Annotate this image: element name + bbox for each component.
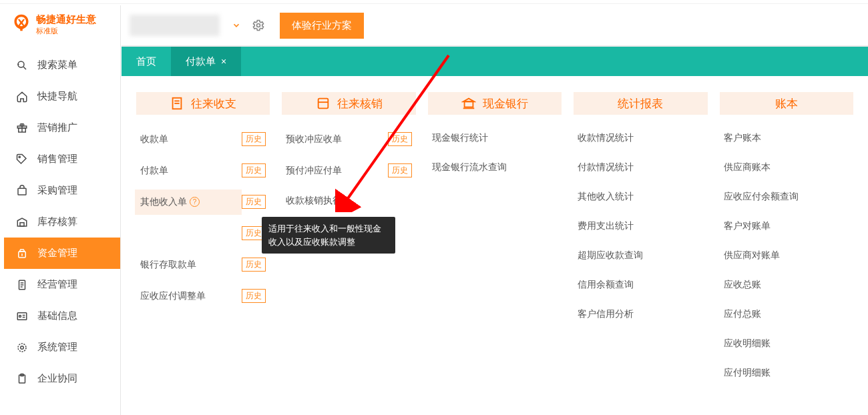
sidebar-item-operations[interactable]: 经营管理	[4, 269, 120, 300]
money-icon	[16, 248, 28, 260]
link-payment[interactable]: 付款单	[140, 165, 168, 177]
column-header: 现金银行	[428, 92, 562, 115]
sidebar-item-label: 快捷导航	[37, 90, 77, 103]
doc-icon	[16, 279, 28, 291]
link-recv-writeoff[interactable]: 收款核销执行	[286, 195, 342, 207]
topbar: 体验行业方案	[122, 5, 868, 47]
sidebar-item-basic[interactable]: 基础信息	[4, 300, 120, 332]
list-item: 供应商账本	[724, 161, 849, 173]
list-item: 其他收入单 ? 历史	[140, 195, 266, 209]
list-item: 银行存取款单 历史	[140, 258, 266, 272]
home-icon	[16, 91, 28, 103]
link-ar-detail[interactable]: 应收明细账	[724, 338, 771, 350]
org-selector-redacted[interactable]	[130, 15, 220, 36]
link-expense-stats[interactable]: 费用支出统计	[578, 220, 634, 232]
bank-icon	[461, 96, 476, 111]
history-badge[interactable]: 历史	[242, 132, 266, 146]
ledger-icon	[316, 96, 331, 111]
column-header: 账本	[720, 92, 853, 115]
link-ar-ap-adjust[interactable]: 应收应付调整单	[140, 290, 206, 302]
link-arap-balance[interactable]: 应收应付余额查询	[724, 191, 799, 203]
sidebar-item-sales[interactable]: 销售管理	[4, 143, 120, 175]
history-badge[interactable]: 历史	[242, 289, 266, 303]
link-vendor-statement[interactable]: 供应商对账单	[724, 250, 780, 262]
sidebar-item-label: 资金管理	[37, 247, 77, 260]
link-credit-analysis[interactable]: 客户信用分析	[578, 308, 634, 320]
link-customer-statement[interactable]: 客户对账单	[724, 220, 771, 232]
sidebar-item-quicknav[interactable]: 快捷导航	[4, 81, 120, 112]
link-cash-stats[interactable]: 现金银行统计	[432, 132, 488, 144]
list-item: 客户账本	[724, 132, 849, 144]
list-item: 收款核销执行	[286, 195, 411, 207]
history-badge[interactable]: 历史	[388, 163, 412, 177]
link-bank-transfer[interactable]: 银行存取款单	[140, 259, 196, 271]
clipboard-icon	[16, 373, 28, 385]
warehouse-icon	[16, 216, 28, 228]
tab-home[interactable]: 首页	[122, 47, 171, 76]
brand-logo-icon	[12, 13, 31, 32]
list-item: 收款情况统计	[578, 132, 703, 144]
svg-rect-29	[465, 101, 473, 107]
link-customer-book[interactable]: 客户账本	[724, 132, 761, 144]
main: 体验行业方案 首页 付款单 × 往来收支 收款单 历史 付款单	[122, 5, 868, 415]
link-overdue-ar[interactable]: 超期应收款查询	[578, 250, 643, 262]
list-item: 其他收入统计	[578, 191, 703, 203]
tag-icon	[16, 153, 28, 165]
column-books: 账本 客户账本 供应商账本 应收应付余额查询 客户对账单 供应商对账单 应收总账…	[720, 92, 853, 379]
svg-point-20	[21, 346, 24, 349]
history-badge[interactable]: 历史	[242, 163, 266, 177]
svg-rect-7	[18, 188, 26, 195]
sidebar-item-purchase[interactable]: 采购管理	[4, 175, 120, 206]
list-item: 客户信用分析	[578, 308, 703, 320]
sidebar-item-label: 系统管理	[37, 341, 77, 354]
link-label: 其他收入单	[140, 196, 187, 208]
sidebar-item-search[interactable]: 搜索菜单	[4, 49, 120, 81]
sidebar-item-inventory[interactable]: 库存核算	[4, 206, 120, 238]
link-prerecv-offset[interactable]: 预收冲应收单	[286, 133, 342, 145]
link-recv-stats[interactable]: 收款情况统计	[578, 132, 634, 144]
sidebar-item-label: 库存核算	[37, 216, 77, 228]
experience-button[interactable]: 体验行业方案	[280, 13, 364, 39]
link-credit-balance[interactable]: 信用余额查询	[578, 279, 634, 291]
chevron-down-icon[interactable]	[232, 21, 241, 30]
history-badge[interactable]: 历史	[388, 132, 412, 146]
svg-rect-27	[318, 99, 328, 109]
link-prepay-offset[interactable]: 预付冲应付单	[286, 165, 342, 177]
link-other-income-stats[interactable]: 其他收入统计	[578, 191, 634, 203]
column-title: 统计报表	[618, 96, 663, 111]
help-icon[interactable]: ?	[190, 197, 200, 207]
link-ar-ledger[interactable]: 应收总账	[724, 279, 761, 291]
card-icon	[16, 310, 28, 322]
svg-point-6	[19, 156, 20, 157]
link-ap-detail[interactable]: 应付明细账	[724, 367, 771, 379]
tab-label: 首页	[136, 55, 156, 68]
sidebar-item-funds[interactable]: 资金管理	[4, 238, 120, 269]
list-item: 费用支出统计	[578, 220, 703, 232]
sidebar-item-system[interactable]: 系统管理	[4, 332, 120, 363]
link-receipt[interactable]: 收款单	[140, 133, 168, 145]
history-badge[interactable]: 历史	[242, 258, 266, 272]
svg-point-19	[18, 344, 26, 352]
list-item: 收款单 历史	[140, 132, 266, 146]
list-item: 应收应付余额查询	[724, 191, 849, 203]
sidebar-item-marketing[interactable]: 营销推广	[4, 112, 120, 143]
history-badge[interactable]: 历史	[242, 195, 266, 209]
gear-icon[interactable]	[252, 19, 265, 32]
side-menu: 搜索菜单 快捷导航 营销推广 销售管理 采购管理 库存核算 资金管理 经营管理	[4, 49, 120, 394]
tab-payment[interactable]: 付款单 ×	[171, 47, 241, 76]
list-item: 应收总账	[724, 279, 849, 291]
list-item: 现金银行统计	[432, 132, 558, 144]
sidebar-item-collab[interactable]: 企业协同	[4, 363, 120, 394]
link-ap-ledger[interactable]: 应付总账	[724, 308, 761, 320]
link-vendor-book[interactable]: 供应商账本	[724, 161, 771, 173]
tabbar: 首页 付款单 ×	[122, 47, 868, 76]
link-cash-flow[interactable]: 现金银行流水查询	[432, 161, 507, 173]
link-other-income[interactable]: 其他收入单 ?	[135, 189, 242, 215]
link-pay-stats[interactable]: 付款情况统计	[578, 161, 634, 173]
gift-icon	[16, 122, 28, 134]
sidebar-item-label: 企业协同	[37, 372, 77, 385]
list-item: 客户对账单	[724, 220, 849, 232]
list-item: 应收应付调整单 历史	[140, 289, 266, 303]
close-icon[interactable]: ×	[221, 56, 226, 67]
list-item: 供应商对账单	[724, 250, 849, 262]
